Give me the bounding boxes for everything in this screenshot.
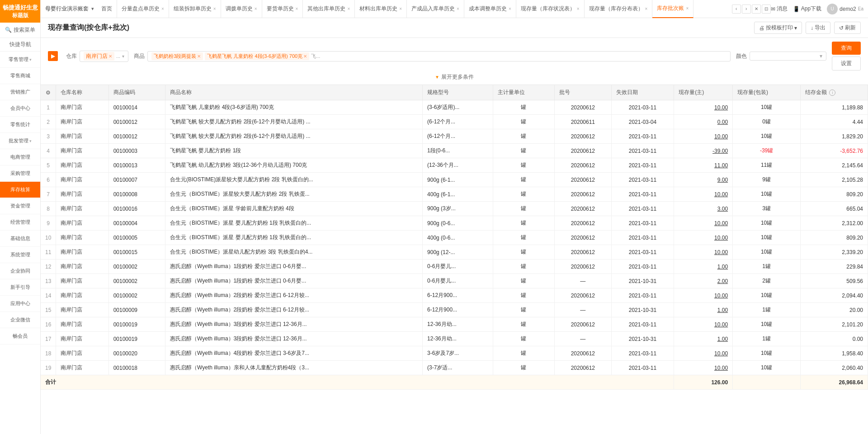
filter-expand-btn[interactable]: ▶ [48, 51, 58, 61]
cell-qty-main[interactable]: 10.00 [674, 216, 733, 231]
cell-qty-main[interactable]: -39.00 [674, 144, 733, 158]
cell-qty-main[interactable]: 10.00 [674, 317, 733, 332]
gear-icon[interactable]: ⚙ [46, 90, 51, 96]
tab-expand[interactable]: ⊡ [762, 5, 771, 14]
color-select[interactable]: ▾ [750, 52, 826, 61]
top-bar-left: 母婴行业演示账套 ▾ 首页分量盘点单历史×组装拆卸单历史×调拨单历史×要货单历史… [45, 0, 730, 18]
warehouse-more[interactable]: ... [116, 53, 120, 59]
sidebar-item-member-center[interactable]: 会员中心 [0, 100, 40, 117]
sidebar-item-ops-mgmt[interactable]: 经营管理 [0, 214, 40, 231]
product-tag-close-1[interactable]: ✕ [303, 54, 307, 59]
product-tag-group[interactable]: 飞鹤奶粉3段两提装✕飞鹤星飞帆 儿童奶粉 4段(3-6岁适用) 700克✕飞..… [147, 51, 731, 61]
tab-close-11[interactable]: × [686, 6, 689, 11]
tab-4[interactable]: 要货单历史× [262, 0, 303, 18]
sidebar-item-retail-stats[interactable]: 零售统计 [0, 117, 40, 133]
sidebar-item-sys-mgmt[interactable]: 系统管理 [0, 247, 40, 263]
cell-qty-main[interactable]: 11.00 [674, 158, 733, 173]
sidebar-item-retail-mall[interactable]: 零售商城 [0, 68, 40, 84]
cell-qty-main[interactable]: 10.00 [674, 129, 733, 144]
tab-close-4[interactable]: × [296, 6, 298, 11]
cell-qty-main[interactable]: 10.00 [674, 346, 733, 361]
sidebar-item-batch-mgmt[interactable]: 批发管理 ▾ [0, 133, 40, 149]
cell-qty-main[interactable]: 1.00 [674, 303, 733, 317]
tab-10[interactable]: 现存量（库存分布表）× [585, 0, 653, 18]
sidebar-item-app-center[interactable]: 应用中心 [0, 296, 40, 312]
sidebar-item-ecommerce-mgmt[interactable]: 电商管理 [0, 149, 40, 165]
table-row: 1南岸门店00100014飞鹤星飞帆 儿童奶粉 4段(3-6岁适用) 700克(… [41, 100, 868, 115]
sidebar-item-inventory[interactable]: 库存核算 [0, 182, 40, 198]
cell-index: 15 [41, 303, 56, 317]
tab-11[interactable]: 库存批次账× [652, 0, 693, 18]
cell-qty-main[interactable]: 10.00 [674, 231, 733, 245]
cell-qty-main[interactable]: 1.00 [674, 332, 733, 346]
sidebar-item-corp-coop[interactable]: 企业协同 [0, 263, 40, 279]
tab-5[interactable]: 其他出库单历史× [303, 0, 355, 18]
cell-warehouse: 南岸门店 [56, 361, 108, 375]
tab-9[interactable]: 现存量（库存状况表）× [516, 0, 585, 18]
tab-close-5[interactable]: × [347, 6, 350, 11]
warehouse-dropdown-icon[interactable]: ▾ [122, 54, 124, 59]
col-gear[interactable]: ⚙ [41, 85, 56, 100]
tab-close-6[interactable]: × [399, 6, 402, 11]
sidebar-item-member[interactable]: 畅会员 [0, 328, 40, 344]
sidebar-item-finance-mgmt[interactable]: 资金管理 [0, 198, 40, 214]
template-print-btn[interactable]: 🖨 按模板打印 ▾ [754, 22, 802, 34]
tab-close-8[interactable]: × [509, 6, 511, 11]
user-avatar[interactable]: U demo2 Ea [827, 4, 863, 14]
export-btn[interactable]: ↓ 导出 [806, 22, 830, 34]
warehouse-tag-group[interactable]: 南岸门店 ✕ ... ▾ [80, 51, 128, 62]
sidebar-search[interactable]: 🔍 搜索菜单 [0, 23, 40, 38]
user-dropdown-icon: Ea [858, 6, 863, 11]
sidebar-item-basic-info[interactable]: 基础信息 [0, 231, 40, 247]
tab-2[interactable]: 组装拆卸单历史× [169, 0, 221, 18]
tab-close-btn[interactable]: ✕ [752, 5, 761, 14]
cell-qty-main[interactable]: 10.00 [674, 361, 733, 375]
tab-7[interactable]: 产成品入库单历史× [407, 0, 464, 18]
cell-spec: (6-12个月... [423, 115, 493, 129]
tab-close-9[interactable]: × [577, 6, 580, 11]
tab-0[interactable]: 首页 [97, 0, 117, 18]
expand-more-btn[interactable]: ▼ 展开更多条件 [435, 73, 474, 81]
balance-info-icon[interactable]: i [829, 90, 835, 96]
tab-close-7[interactable]: × [457, 6, 459, 11]
product-tags-more[interactable]: 飞... [311, 53, 320, 60]
settings-btn[interactable]: 设置 [832, 57, 861, 71]
cell-qty-main[interactable]: 3.00 [674, 202, 733, 216]
cell-unit: 罐 [493, 158, 554, 173]
tab-scroll-left[interactable]: ‹ [732, 5, 741, 14]
tab-6[interactable]: 材料出库单历史× [355, 0, 407, 18]
app-download-btn[interactable]: 📱 App下载 [793, 5, 821, 13]
cell-batch: 20200612 [555, 173, 611, 187]
cell-qty-main[interactable]: 2.00 [674, 274, 733, 288]
cell-warehouse: 南岸门店 [56, 346, 108, 361]
tab-close-10[interactable]: × [645, 6, 648, 11]
refresh-btn[interactable]: ↺ 刷新 [834, 22, 861, 34]
cell-qty-main[interactable]: 0.00 [674, 115, 733, 129]
product-tag-close-0[interactable]: ✕ [197, 54, 201, 59]
tab-1[interactable]: 分量盘点单历史× [117, 0, 169, 18]
tab-scroll-right[interactable]: › [742, 5, 751, 14]
sidebar-item-retail-mgmt[interactable]: 零售管理 ▾ [0, 52, 40, 68]
message-btn[interactable]: ✉ 消息 [771, 5, 788, 13]
cell-warehouse: 南岸门店 [56, 187, 108, 202]
tab-close-2[interactable]: × [213, 6, 216, 11]
sidebar-item-new-guide[interactable]: 新手引导 [0, 279, 40, 296]
cell-qty-main[interactable]: 10.00 [674, 245, 733, 259]
tab-close-3[interactable]: × [255, 6, 257, 11]
cell-qty-main[interactable]: 1.00 [674, 259, 733, 274]
cell-qty-main[interactable]: 10.00 [674, 187, 733, 202]
tab-close-1[interactable]: × [161, 6, 164, 11]
query-btn[interactable]: 查询 [832, 42, 861, 55]
cell-qty-main[interactable]: 10.00 [674, 100, 733, 115]
account-dropdown-icon[interactable]: ▾ [91, 6, 94, 12]
tab-3[interactable]: 调拨单历史× [221, 0, 262, 18]
cell-qty-main[interactable]: 9.00 [674, 173, 733, 187]
warehouse-tag-close[interactable]: ✕ [108, 54, 112, 59]
sidebar-item-marketing[interactable]: 营销推广 [0, 84, 40, 100]
sidebar-shortcut[interactable]: 快捷导航 [0, 38, 40, 52]
sidebar-item-corp-wechat[interactable]: 企业微信 [0, 312, 40, 328]
cell-qty-main[interactable]: 10.00 [674, 288, 733, 303]
sidebar-item-purchase-mgmt[interactable]: 采购管理 [0, 165, 40, 182]
cell-batch: 20200612 [555, 231, 611, 245]
tab-8[interactable]: 成本调整单历史× [464, 0, 516, 18]
